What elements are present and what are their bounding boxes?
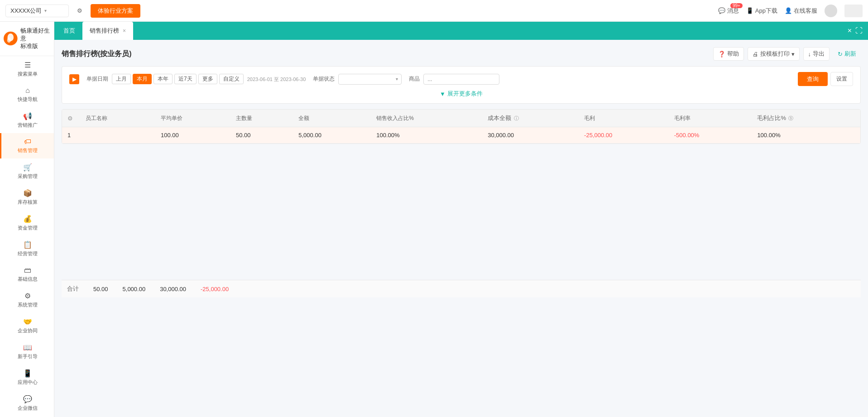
cell-gross-pct: 100.00% xyxy=(752,127,860,144)
spacer xyxy=(62,144,861,280)
online-support-label: 在线客服 xyxy=(794,7,817,15)
sidebar-item-quick-nav[interactable]: ⌂ 快捷导航 xyxy=(0,82,54,107)
sidebar-item-operations[interactable]: 📋 经营管理 xyxy=(0,236,54,262)
refresh-icon: ↻ xyxy=(838,51,843,58)
sidebar-item-finance[interactable]: 💰 资金管理 xyxy=(0,210,54,236)
date-btn-last-month[interactable]: 上月 xyxy=(112,74,131,84)
window-max-btn[interactable]: ⛶ xyxy=(855,27,863,35)
tab-home[interactable]: 首页 xyxy=(56,22,82,40)
app-download-btn[interactable]: 📱 App下载 xyxy=(746,7,777,15)
window-close-btn[interactable]: × xyxy=(848,27,852,35)
footer-gross: -25,000.00 xyxy=(201,286,229,292)
sidebar-logo: 畅康通好生意 标准版 xyxy=(0,22,54,56)
page-title: 销售排行榜(按业务员) xyxy=(62,49,132,59)
data-table: ⚙ 员工名称 平均单价 主数量 全额 销售收入占比% 成本全额 ⓘ xyxy=(62,110,860,144)
col-settings-icon[interactable]: ⚙ xyxy=(67,115,73,122)
tab-sales-ranking-label: 销售排行榜 xyxy=(90,27,119,35)
sidebar-label-guide: 新手引导 xyxy=(18,353,38,360)
logo-text: 畅康通好生意 标准版 xyxy=(20,27,50,50)
sidebar-item-search-order[interactable]: ☰ 搜索菜单 xyxy=(0,56,54,82)
message-badge: 99+ xyxy=(730,3,743,8)
export-btn[interactable]: ↓ 导出 xyxy=(803,47,830,61)
print-btn[interactable]: 🖨 按模板打印 ▾ xyxy=(748,47,800,61)
table-footer: 合计 50.00 5,000.00 30,000.00 -25,000.00 xyxy=(62,280,861,297)
sidebar-label-search-order: 搜索菜单 xyxy=(18,71,38,77)
sidebar-item-collab[interactable]: 🤝 企业协同 xyxy=(0,313,54,339)
sidebar-item-basic-info[interactable]: 🗃 基础信息 xyxy=(0,262,54,287)
page-actions: ❓ 帮助 🖨 按模板打印 ▾ ↓ 导出 ↻ xyxy=(713,47,861,61)
cell-index: 1 xyxy=(62,127,80,144)
filter-status: 单据状态 ▾ xyxy=(313,74,402,85)
sidebar-item-purchase[interactable]: 🛒 采购管理 xyxy=(0,158,54,184)
col-amount: 全额 xyxy=(293,110,371,127)
cost-info-icon: ⓘ xyxy=(514,115,519,121)
sidebar-label-sales: 销售管理 xyxy=(18,147,38,154)
messages-btn[interactable]: 💬 消息 99+ xyxy=(718,7,739,15)
date-buttons: 上月 本月 本年 近7天 更多 自定义 xyxy=(112,74,244,84)
date-btn-more[interactable]: 更多 xyxy=(198,74,217,84)
tab-sales-ranking[interactable]: 销售排行榜 × xyxy=(82,22,133,40)
svg-point-2 xyxy=(7,38,11,43)
filter-row: ▶ 单据日期 上月 本月 本年 近7天 更多 自定义 xyxy=(69,72,853,86)
sidebar-item-inventory[interactable]: 📦 库存核算 xyxy=(0,184,54,210)
export-icon: ↓ xyxy=(808,51,811,58)
sidebar-item-guide[interactable]: 📖 新手引导 xyxy=(0,339,54,364)
footer-amount: 5,000.00 xyxy=(123,286,146,292)
col-settings-cell: ⚙ xyxy=(62,110,80,127)
app-download-label: App下载 xyxy=(755,7,777,15)
main-layout: 畅康通好生意 标准版 ☰ 搜索菜单 ⌂ 快捷导航 📢 营销推广 🏷 销售管理 🛒… xyxy=(0,22,868,417)
setting-btn[interactable]: 设置 xyxy=(830,72,853,86)
filter-toggle[interactable]: ▶ xyxy=(69,74,79,84)
online-support-btn[interactable]: 👤 在线客服 xyxy=(785,7,817,15)
help-label: 帮助 xyxy=(727,50,739,58)
footer-qty: 50.00 xyxy=(93,286,108,292)
sidebar-item-app-center[interactable]: 📱 应用中心 xyxy=(0,364,54,390)
sidebar-item-sales[interactable]: 🏷 销售管理 xyxy=(0,133,54,158)
col-gross: 毛利 xyxy=(579,110,669,127)
finance-icon: 💰 xyxy=(23,215,32,223)
expand-label: 展开更多条件 xyxy=(447,90,483,98)
date-btn-this-month[interactable]: 本月 xyxy=(133,74,152,84)
company-select[interactable]: XXXXX公司 ▾ xyxy=(5,5,69,17)
header-settings-btn[interactable]: ⚙ xyxy=(72,4,87,18)
footer-qty-item: 50.00 xyxy=(93,286,108,292)
cell-qty: 50.00 xyxy=(230,127,293,144)
status-select[interactable] xyxy=(338,74,402,85)
sidebar-item-system[interactable]: ⚙ 系统管理 xyxy=(0,287,54,313)
top-right-area: 💬 消息 99+ 📱 App下载 👤 在线客服 xyxy=(718,5,863,17)
search-order-icon: ☰ xyxy=(24,61,31,69)
cell-cost: 30,000.00 xyxy=(482,127,579,144)
goods-input[interactable] xyxy=(423,74,499,85)
footer-cost-item: 30,000.00 xyxy=(160,286,186,292)
date-range-display: 2023-06-01 至 2023-06-30 xyxy=(247,76,306,83)
filter-area: ▶ 单据日期 上月 本月 本年 近7天 更多 自定义 xyxy=(62,66,861,104)
date-btn-this-year[interactable]: 本年 xyxy=(153,74,173,84)
trial-btn[interactable]: 体验行业方案 xyxy=(91,4,140,18)
avatar[interactable] xyxy=(825,5,837,17)
cell-sales-pct: 100.00% xyxy=(371,127,482,144)
filter-goods: 商品 xyxy=(409,74,499,85)
query-btn[interactable]: 查询 xyxy=(798,72,828,86)
home-tab-label: 首页 xyxy=(63,27,75,35)
col-name: 员工名称 xyxy=(80,110,155,127)
company-name: XXXXX公司 xyxy=(10,7,42,15)
app-icon: 📱 xyxy=(746,7,753,14)
help-btn[interactable]: ❓ 帮助 xyxy=(713,47,744,61)
filter-expand-arrow[interactable]: ▶ xyxy=(69,74,79,84)
sidebar-item-marketing[interactable]: 📢 营销推广 xyxy=(0,107,54,133)
col-qty: 主数量 xyxy=(230,110,293,127)
tab-close-icon[interactable]: × xyxy=(123,28,126,34)
company-dropdown-arrow: ▾ xyxy=(44,8,47,13)
expand-more-btn[interactable]: ▼ 展开更多条件 xyxy=(440,90,483,98)
gross-pct-info-icon: ⓢ xyxy=(788,115,793,121)
sidebar-label-quick-nav: 快捷导航 xyxy=(18,96,38,103)
refresh-btn[interactable]: ↻ 刷新 xyxy=(833,48,861,60)
content-area: 首页 销售排行榜 × × ⛶ 销售排行榜(按业务员) ❓ xyxy=(54,22,868,417)
help-icon: ❓ xyxy=(718,51,725,58)
sidebar-label-system: 系统管理 xyxy=(18,302,38,308)
cell-avg-price: 100.00 xyxy=(155,127,230,144)
basic-info-icon: 🗃 xyxy=(24,266,31,274)
date-btn-custom[interactable]: 自定义 xyxy=(219,74,244,84)
date-btn-7days[interactable]: 近7天 xyxy=(174,74,197,84)
sidebar-item-wechat[interactable]: 💬 企业微信 xyxy=(0,390,54,416)
